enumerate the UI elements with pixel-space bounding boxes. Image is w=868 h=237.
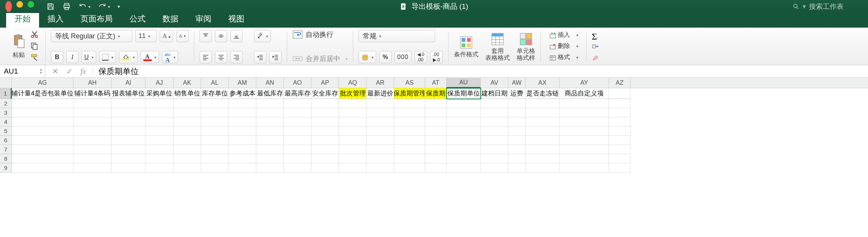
cell-AI7[interactable] (111, 145, 146, 154)
cell-AL8[interactable] (201, 154, 229, 163)
cell-AW2[interactable] (508, 99, 526, 108)
cell-AJ4[interactable] (146, 117, 174, 127)
column-header-AS[interactable]: AS (394, 78, 425, 88)
minimize-window-button[interactable] (16, 1, 23, 8)
cell-AT9[interactable] (425, 163, 447, 173)
cell-AY6[interactable] (560, 136, 609, 145)
cell-AN6[interactable] (256, 136, 284, 145)
cell-AS9[interactable] (394, 163, 425, 173)
cell-AQ9[interactable] (339, 163, 367, 173)
cell-AS2[interactable] (394, 99, 425, 108)
cell-styles-button[interactable]: 单元格 格式样 (517, 32, 535, 61)
cell-AY4[interactable] (560, 117, 609, 127)
wrap-text-button[interactable]: 自动换行 (306, 30, 333, 39)
cell-AJ1[interactable]: 采购单位 (146, 88, 174, 99)
column-header-AM[interactable]: AM (229, 78, 256, 88)
cell-AO4[interactable] (284, 117, 311, 127)
cell-AY9[interactable] (560, 163, 609, 173)
decrease-decimal-button[interactable]: .00▶.0 (430, 51, 443, 63)
cell-AX3[interactable] (526, 108, 560, 117)
cell-AG4[interactable] (12, 117, 74, 127)
cell-AR3[interactable] (367, 108, 394, 117)
clear-button[interactable] (592, 53, 599, 60)
column-header-AR[interactable]: AR (367, 78, 394, 88)
cell-AQ7[interactable] (339, 145, 367, 154)
cell-AI5[interactable] (111, 127, 146, 136)
cell-AH4[interactable] (74, 117, 111, 127)
formula-input[interactable] (93, 67, 868, 76)
underline-button[interactable]: U (82, 51, 96, 63)
cell-AW8[interactable] (508, 154, 526, 163)
cell-AV9[interactable] (481, 163, 508, 173)
cell-AN1[interactable]: 最低库存 (256, 88, 284, 99)
column-header-AZ[interactable]: AZ (609, 78, 631, 88)
cell-AM9[interactable] (229, 163, 256, 173)
cell-AU5[interactable] (447, 127, 481, 136)
close-window-button[interactable] (5, 1, 12, 12)
column-header-AN[interactable]: AN (256, 78, 284, 88)
cell-AV3[interactable] (481, 108, 508, 117)
row-header-8[interactable]: 8 (0, 154, 12, 163)
cell-AJ2[interactable] (146, 99, 174, 108)
cell-AX9[interactable] (526, 163, 560, 173)
cell-AM3[interactable] (229, 108, 256, 117)
font-name-combo[interactable]: 等线 Regular (正文) (51, 30, 132, 42)
cell-AG8[interactable] (12, 154, 74, 163)
cell-AV7[interactable] (481, 145, 508, 154)
cell-AZ4[interactable] (609, 117, 631, 127)
cell-AO2[interactable] (284, 99, 311, 108)
column-header-AP[interactable]: AP (311, 78, 339, 88)
cell-AP1[interactable]: 安全库存 (311, 88, 339, 99)
cell-AO3[interactable] (284, 108, 311, 117)
cell-AW9[interactable] (508, 163, 526, 173)
cell-AO5[interactable] (284, 127, 311, 136)
font-color-button[interactable]: A (141, 51, 159, 63)
column-header-AX[interactable]: AX (526, 78, 560, 88)
cell-AH6[interactable] (74, 136, 111, 145)
copy-button[interactable] (30, 41, 40, 51)
name-box[interactable]: AU1 ▲▼ (0, 65, 45, 77)
cell-AP6[interactable] (311, 136, 339, 145)
cell-AV5[interactable] (481, 127, 508, 136)
namebox-down[interactable]: ▼ (39, 71, 43, 74)
cell-AP8[interactable] (311, 154, 339, 163)
cell-AJ7[interactable] (146, 145, 174, 154)
print-button[interactable] (62, 2, 71, 11)
align-bottom-button[interactable] (230, 30, 242, 42)
cell-AP5[interactable] (311, 127, 339, 136)
cell-AI1[interactable]: 报表辅单位 (111, 88, 146, 99)
cell-AL5[interactable] (201, 127, 229, 136)
cell-AT7[interactable] (425, 145, 447, 154)
cell-AL3[interactable] (201, 108, 229, 117)
cell-AZ5[interactable] (609, 127, 631, 136)
cell-AG5[interactable] (12, 127, 74, 136)
cell-AX7[interactable] (526, 145, 560, 154)
cell-AL7[interactable] (201, 145, 229, 154)
redo-button[interactable]: ▾ (98, 2, 110, 11)
cancel-formula-button[interactable]: ✕ (52, 67, 59, 76)
decrease-font-button[interactable]: A▾ (176, 30, 188, 42)
cell-AP2[interactable] (311, 99, 339, 108)
cell-AW7[interactable] (508, 145, 526, 154)
cell-AV4[interactable] (481, 117, 508, 127)
cell-AI6[interactable] (111, 136, 146, 145)
cell-AQ3[interactable] (339, 108, 367, 117)
cell-AO6[interactable] (284, 136, 311, 145)
cell-AN3[interactable] (256, 108, 284, 117)
insert-function-button[interactable]: fx (80, 67, 86, 76)
cell-AM7[interactable] (229, 145, 256, 154)
cell-AK5[interactable] (174, 127, 201, 136)
cell-AV6[interactable] (481, 136, 508, 145)
cell-AK3[interactable] (174, 108, 201, 117)
format-painter-button[interactable] (30, 53, 40, 62)
cell-AG2[interactable] (12, 99, 74, 108)
cell-AT4[interactable] (425, 117, 447, 127)
cell-AR1[interactable]: 最新进价 (367, 88, 394, 99)
cell-AO7[interactable] (284, 145, 311, 154)
cell-AS4[interactable] (394, 117, 425, 127)
cell-AQ1[interactable]: 批次管理 (339, 88, 367, 99)
cell-AR2[interactable] (367, 99, 394, 108)
cell-AK9[interactable] (174, 163, 201, 173)
cell-AU3[interactable] (447, 108, 481, 117)
cell-AX2[interactable] (526, 99, 560, 108)
